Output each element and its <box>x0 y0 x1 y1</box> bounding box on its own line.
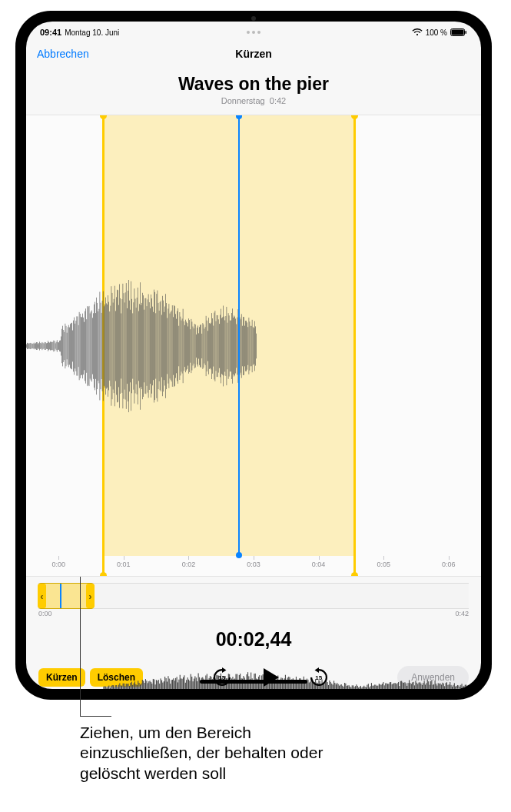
svg-rect-613 <box>393 683 394 689</box>
svg-rect-45 <box>61 336 61 355</box>
svg-rect-130 <box>131 281 131 410</box>
svg-rect-255 <box>234 315 234 376</box>
svg-rect-54 <box>68 324 69 367</box>
svg-rect-8 <box>31 342 32 348</box>
svg-rect-87 <box>95 313 96 379</box>
svg-rect-631 <box>413 682 414 689</box>
svg-rect-104 <box>110 311 111 381</box>
svg-rect-670 <box>455 687 456 689</box>
trim-handle-end[interactable] <box>353 115 356 576</box>
svg-rect-172 <box>165 294 166 398</box>
svg-rect-4 <box>27 342 28 348</box>
svg-rect-244 <box>225 320 226 371</box>
svg-rect-176 <box>169 304 170 388</box>
svg-rect-265 <box>242 325 243 366</box>
svg-rect-181 <box>173 317 174 374</box>
svg-rect-242 <box>223 305 224 386</box>
svg-rect-213 <box>199 327 200 365</box>
svg-rect-162 <box>158 290 158 401</box>
overview-handle-start[interactable]: ‹ <box>38 584 46 608</box>
svg-rect-636 <box>418 683 419 689</box>
svg-rect-659 <box>443 684 444 689</box>
svg-rect-43 <box>59 340 60 351</box>
svg-rect-424 <box>191 674 191 689</box>
svg-rect-186 <box>177 311 178 381</box>
svg-rect-189 <box>180 312 181 380</box>
time-ruler: 0:000:010:020:030:040:050:06 <box>26 556 481 576</box>
svg-rect-83 <box>92 318 93 374</box>
svg-rect-220 <box>205 327 206 365</box>
svg-rect-210 <box>197 328 197 364</box>
svg-rect-348 <box>108 686 109 689</box>
svg-rect-356 <box>117 687 118 689</box>
svg-rect-145 <box>143 295 144 397</box>
svg-rect-675 <box>460 685 461 689</box>
waveform-overview[interactable]: ‹ › <box>38 583 469 609</box>
skip-forward-button[interactable]: 15 <box>308 667 330 688</box>
front-camera-dot <box>251 16 256 21</box>
svg-rect-167 <box>161 314 162 377</box>
overview-handle-end[interactable]: › <box>86 584 95 608</box>
svg-rect-677 <box>463 687 463 689</box>
svg-rect-52 <box>67 332 68 359</box>
multitask-dots-icon[interactable] <box>247 31 260 34</box>
playhead[interactable] <box>238 115 240 556</box>
svg-rect-615 <box>396 684 397 689</box>
svg-rect-358 <box>119 684 120 689</box>
skip-back-button[interactable]: 15 <box>211 667 233 688</box>
svg-rect-601 <box>381 685 382 689</box>
svg-rect-147 <box>145 298 146 394</box>
svg-rect-67 <box>79 311 80 380</box>
waveform-detail[interactable]: 0:000:010:020:030:040:050:06 <box>26 115 481 577</box>
svg-rect-152 <box>149 302 150 390</box>
svg-rect-680 <box>466 684 466 689</box>
svg-rect-357 <box>118 685 119 689</box>
home-indicator[interactable] <box>200 680 307 684</box>
svg-rect-269 <box>245 321 246 371</box>
svg-rect-278 <box>253 327 254 365</box>
svg-rect-111 <box>115 311 116 381</box>
svg-rect-183 <box>174 306 175 386</box>
svg-rect-11 <box>33 343 34 348</box>
svg-rect-412 <box>178 682 178 689</box>
svg-rect-569 <box>347 686 347 689</box>
svg-rect-29 <box>48 341 48 351</box>
svg-rect-63 <box>76 321 77 371</box>
svg-rect-247 <box>227 322 228 369</box>
svg-rect-557 <box>333 681 334 689</box>
svg-rect-150 <box>148 299 148 392</box>
svg-rect-221 <box>206 315 207 375</box>
svg-rect-657 <box>441 684 442 689</box>
svg-rect-31 <box>49 342 50 349</box>
svg-rect-392 <box>156 680 157 689</box>
cancel-button[interactable]: Abbrechen <box>37 48 89 60</box>
play-button[interactable] <box>259 666 282 689</box>
svg-rect-28 <box>47 342 48 348</box>
svg-rect-637 <box>420 682 420 689</box>
svg-rect-621 <box>403 682 403 689</box>
svg-rect-143 <box>141 302 142 388</box>
overview-playhead[interactable] <box>60 584 61 608</box>
svg-rect-409 <box>174 681 175 689</box>
svg-rect-140 <box>139 304 140 388</box>
svg-rect-422 <box>188 680 189 689</box>
svg-rect-188 <box>179 325 180 366</box>
svg-rect-73 <box>84 321 85 370</box>
svg-rect-388 <box>151 684 152 689</box>
svg-rect-233 <box>216 321 217 371</box>
svg-rect-270 <box>246 321 247 371</box>
svg-rect-605 <box>385 684 386 689</box>
svg-rect-606 <box>386 684 387 689</box>
svg-rect-351 <box>112 685 113 689</box>
svg-rect-398 <box>162 683 163 689</box>
svg-rect-90 <box>98 311 99 380</box>
svg-rect-207 <box>194 324 195 368</box>
svg-rect-76 <box>87 319 88 373</box>
svg-rect-559 <box>336 684 337 689</box>
svg-rect-653 <box>436 686 437 689</box>
svg-rect-658 <box>442 683 443 689</box>
svg-rect-51 <box>66 325 67 366</box>
svg-rect-204 <box>192 321 193 370</box>
svg-rect-274 <box>250 321 251 371</box>
svg-rect-187 <box>178 308 178 384</box>
